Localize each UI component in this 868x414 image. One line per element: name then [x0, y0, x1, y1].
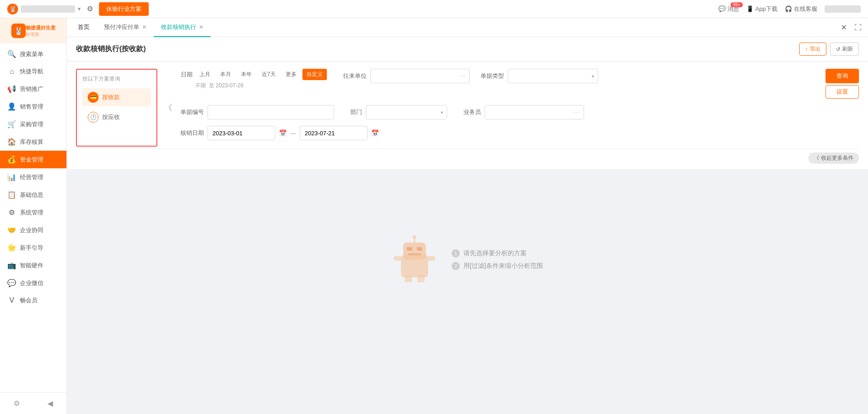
tab-expand-icon[interactable]: ⛶ [852, 21, 864, 34]
refresh-label: 刷新 [842, 45, 853, 53]
page-content: 收款核销执行(按收款) ↑ 导出 ↺ 刷新 按以 [67, 37, 868, 414]
message-icon: 💬 [718, 5, 726, 12]
collapse-bar: 《 收起更多条件 [76, 148, 859, 169]
writeoff-date-start-input[interactable] [208, 126, 275, 140]
settings-button[interactable]: 设置 [826, 85, 859, 99]
filter-main: 日期 上月 本月 本年 近7天 更多 自定义 [179, 69, 859, 147]
page-header: 收款核销执行(按收款) ↑ 导出 ↺ 刷新 [67, 37, 868, 62]
topbar-brand-blurred [21, 5, 75, 13]
sidebar-item-marketing[interactable]: 📢 营销推广 [0, 80, 66, 98]
tab-prepay-close-icon[interactable]: ✕ [142, 24, 146, 30]
tab-collect-writeoff[interactable]: 收款核销执行 ✕ [154, 18, 211, 37]
topbar-message[interactable]: 💬 消息 99+ [718, 5, 739, 13]
empty-robot-illustration [392, 234, 437, 286]
sidebar-label-purchase: 采购管理 [20, 120, 43, 128]
dept-select-arrow-icon: ▾ [441, 110, 443, 115]
sidebar-item-finance[interactable]: 💰 资金管理 [0, 151, 66, 168]
filter-staff-group: 业务员 ··· [463, 105, 584, 119]
system-icon: ⚙ [7, 208, 16, 217]
counterparty-input[interactable]: ··· [370, 69, 470, 83]
dept-select[interactable]: ▾ [366, 105, 447, 119]
export-label: 导出 [810, 45, 821, 53]
topbar-dropdown-icon[interactable]: ▾ [78, 5, 81, 12]
filter-dept-group: 部门 ▾ [350, 105, 447, 119]
search-menu-icon: 🔍 [7, 50, 16, 58]
writeoff-date-start-cal-icon[interactable]: 📅 [279, 129, 287, 137]
date-btn-this-year[interactable]: 本年 [237, 69, 256, 80]
topbar-app-download[interactable]: 📱 App下载 [746, 5, 778, 13]
sidebar-item-inventory[interactable]: 🏠 库存核算 [0, 133, 66, 151]
page-header-actions: ↑ 导出 ↺ 刷新 [799, 43, 859, 56]
export-button[interactable]: ↑ 导出 [799, 43, 826, 56]
solution-button[interactable]: 休验行业方案 [99, 2, 149, 16]
sidebar-nav: 🔍 搜索菜单 ⌂ 快捷导航 📢 营销推广 👤 销售管理 🛒 采购管理 🏠 [0, 43, 66, 392]
sidebar-item-enterprise[interactable]: 🤝 企业协同 [0, 221, 66, 239]
purchase-icon: 🛒 [7, 120, 16, 128]
filter-area: 按以下方案查询 💳 按收款 🕐 按应收 《 [67, 62, 868, 169]
sidebar-item-purchase[interactable]: 🛒 采购管理 [0, 115, 66, 133]
refresh-icon: ↺ [836, 46, 840, 52]
sidebar-item-sales[interactable]: 👤 销售管理 [0, 98, 66, 115]
filter-writeoff-date-group: 核销日期 📅 — 📅 [179, 126, 379, 140]
sidebar-item-member[interactable]: V 畅会员 [0, 292, 66, 309]
refresh-button[interactable]: ↺ 刷新 [830, 43, 859, 56]
sidebar-logo-image: 🐰 [11, 24, 26, 38]
tip2-text: 用[过滤]条件来缩小分析范围 [463, 262, 543, 270]
date-btn-more[interactable]: 更多 [282, 69, 301, 80]
doctype-select[interactable]: ▾ [508, 69, 598, 83]
tab-collect-writeoff-close-icon[interactable]: ✕ [199, 24, 203, 30]
filter-counterparty-group: 往来单位 ··· [343, 69, 470, 83]
sidebar-item-quick-nav[interactable]: ⌂ 快捷导航 [0, 63, 66, 80]
writeoff-date-separator: — [290, 130, 296, 137]
date-btn-custom[interactable]: 自定义 [302, 69, 327, 80]
filter-toggle-collapse[interactable]: 《 [163, 69, 174, 147]
by-receipt-label: 按收款 [102, 93, 120, 101]
main-layout: 🐰 畅捷通好生意 标准版 🔍 搜索菜单 ⌂ 快捷导航 📢 营销推广 👤 销售管理 [0, 18, 868, 414]
tabbar-actions: ✕ ⛶ [837, 21, 864, 34]
message-badge: 99+ [731, 2, 743, 7]
date-btn-last-month[interactable]: 上月 [195, 69, 214, 80]
filter-date-row: 日期 上月 本月 本年 近7天 更多 自定义 [179, 69, 327, 80]
inventory-icon: 🏠 [7, 138, 16, 146]
filter-inner: 按以下方案查询 💳 按收款 🕐 按应收 《 [76, 69, 859, 147]
sidebar-item-basic[interactable]: 📋 基础信息 [0, 186, 66, 204]
date-label: 日期 [179, 71, 193, 79]
sidebar-label-sales: 销售管理 [20, 103, 43, 111]
sidebar-item-search-menu[interactable]: 🔍 搜索菜单 [0, 45, 66, 63]
query-button[interactable]: 查询 [826, 69, 859, 83]
sidebar-item-hardware[interactable]: 📺 智能硬件 [0, 257, 66, 274]
date-btn-this-month[interactable]: 本月 [216, 69, 235, 80]
filter-row-2: 单据编号 部门 ▾ 业务员 [179, 105, 859, 119]
tab-home[interactable]: 首页 [71, 18, 97, 37]
svg-rect-10 [417, 275, 425, 282]
sidebar-collapse-icon[interactable]: ◀ [45, 396, 56, 410]
sidebar-label-member: 畅会员 [20, 296, 38, 305]
staff-input[interactable]: ··· [485, 105, 584, 119]
docno-input[interactable] [208, 105, 334, 119]
svg-rect-6 [408, 253, 421, 255]
sidebar-item-business[interactable]: 📊 经营管理 [0, 168, 66, 186]
tab-close-window-icon[interactable]: ✕ [837, 21, 850, 34]
tab-home-label: 首页 [78, 23, 90, 31]
sidebar-label-finance: 资金管理 [20, 156, 43, 164]
by-receipt-icon: 💳 [88, 92, 99, 103]
staff-dots-icon: ··· [574, 108, 580, 116]
sidebar-item-beginner[interactable]: 🌟 新手引导 [0, 239, 66, 257]
writeoff-date-end-cal-icon[interactable]: 📅 [371, 129, 379, 137]
sidebar-item-wechat[interactable]: 💬 企业微信 [0, 274, 66, 292]
sidebar-item-system[interactable]: ⚙ 系统管理 [0, 204, 66, 221]
topbar-gear-icon[interactable]: ⚙ [84, 3, 96, 15]
filter-date-quick-btns: 上月 本月 本年 近7天 更多 自定义 [195, 69, 327, 80]
filter-option-by-receivable[interactable]: 🕐 按应收 [82, 108, 151, 126]
date-btn-7days[interactable]: 近7天 [258, 69, 280, 80]
writeoff-date-end-input[interactable] [300, 126, 368, 140]
filter-scheme-title: 按以下方案查询 [82, 75, 151, 83]
sidebar-settings-icon[interactable]: ⚙ [11, 396, 23, 410]
filter-option-by-receipt[interactable]: 💳 按收款 [82, 88, 151, 106]
tab-prepay-label: 预付冲应付单 [104, 23, 139, 31]
topbar-online-service[interactable]: 🎧 在线客服 [785, 5, 817, 13]
empty-state-content: 1 请先选择要分析的方案 2 用[过滤]条件来缩小分析范围 [392, 234, 543, 286]
tab-prepay[interactable]: 预付冲应付单 ✕ [97, 18, 154, 37]
sidebar-label-business: 经营管理 [20, 173, 43, 181]
collapse-more-btn[interactable]: 《 收起更多条件 [808, 152, 859, 164]
